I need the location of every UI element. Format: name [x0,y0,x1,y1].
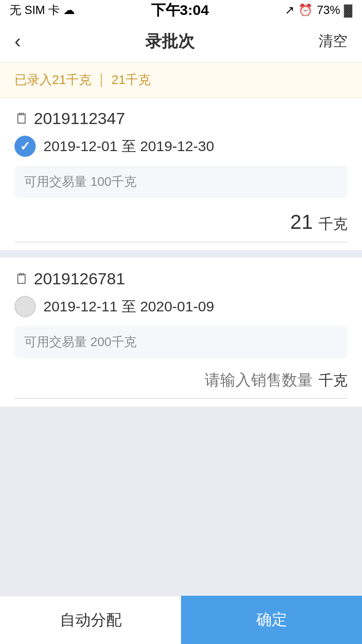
batch-1-checkbox[interactable]: ✓ [14,136,36,157]
no-sim-text: 无 SIM 卡 ☁ [10,2,75,18]
batch-2-date: 2019-12-11 至 2020-01-09 [43,297,214,317]
status-time: 下午3:04 [151,0,209,20]
batch-2-number: 2019126781 [34,269,125,288]
batch-card-2: 🗒 2019126781 2019-12-11 至 2020-01-09 可用交… [0,258,362,406]
batch-2-checkbox[interactable] [14,296,36,317]
batch-1-amount-unit: 千克 [319,214,348,234]
batch-2-date-row[interactable]: 2019-12-11 至 2020-01-09 [0,293,362,322]
summary-divider [101,73,102,87]
batch-1-number: 2019112347 [34,109,125,128]
input-unit: 千克 [319,371,348,391]
section-divider [0,250,362,258]
page-title: 录批次 [145,30,195,53]
batch-card-1: 🗒 2019112347 ✓ 2019-12-01 至 2019-12-30 可… [0,98,362,250]
batch-1-icon: 🗒 [14,111,29,127]
status-bar: 无 SIM 卡 ☁ 下午3:04 ↗ ⏰ 73% ▓ [0,0,362,20]
batch-1-available: 可用交易量 100千克 [14,166,348,198]
gray-area [0,406,362,600]
batch-2-icon: 🗒 [14,271,29,287]
alarm-icon: ⏰ [298,3,313,17]
batch-1-header: 🗒 2019112347 [0,98,362,133]
quantity-input[interactable] [168,371,313,389]
auto-distribute-button[interactable]: 自动分配 [0,596,181,644]
batch-1-date-row[interactable]: ✓ 2019-12-01 至 2019-12-30 [0,133,362,162]
status-left: 无 SIM 卡 ☁ [10,2,75,18]
battery-icon: ▓ [344,3,352,17]
location-icon: ↗ [285,3,294,17]
batch-2-input-row[interactable]: 千克 [0,366,362,398]
checkmark-icon: ✓ [20,139,30,154]
back-button[interactable]: ‹ [14,30,21,52]
summary-bar: 已录入21千克 21千克 [0,63,362,98]
batch-2-available: 可用交易量 200千克 [14,326,348,358]
clear-button[interactable]: 清空 [319,31,348,51]
battery-text: 73% [317,3,340,17]
bottom-bar: 自动分配 确定 [0,596,362,644]
status-right: ↗ ⏰ 73% ▓ [285,3,352,17]
nav-bar: ‹ 录批次 清空 [0,20,362,63]
batch-2-header: 🗒 2019126781 [0,258,362,293]
summary-amount: 21千克 [111,71,151,88]
confirm-button[interactable]: 确定 [181,596,362,644]
batch-1-date: 2019-12-01 至 2019-12-30 [43,137,214,156]
batch-1-amount-value: 21 [290,210,313,234]
batch-1-amount-row: 21 千克 [0,206,362,242]
summary-recorded: 已录入21千克 [14,71,91,88]
